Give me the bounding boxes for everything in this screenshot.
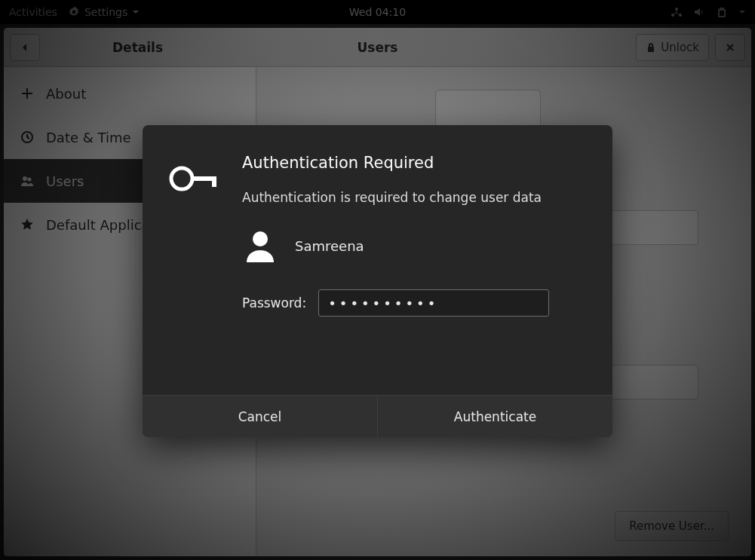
authenticate-button-label: Authenticate	[454, 409, 536, 424]
dialog-action-bar: Cancel Authenticate	[143, 395, 612, 437]
svg-rect-6	[212, 176, 216, 187]
authenticate-button[interactable]: Authenticate	[378, 396, 612, 437]
key-icon	[168, 161, 223, 196]
authentication-dialog: Authentication Required Authentication i…	[143, 125, 612, 437]
dialog-user-name: Samreena	[295, 238, 364, 254]
dialog-message: Authentication is required to change use…	[242, 190, 587, 205]
cancel-button-label: Cancel	[238, 409, 282, 424]
dialog-title: Authentication Required	[242, 154, 587, 172]
password-label: Password:	[242, 295, 306, 311]
cancel-button[interactable]: Cancel	[143, 396, 378, 437]
password-input[interactable]	[318, 289, 549, 317]
svg-point-7	[178, 175, 186, 182]
dialog-user-row: Samreena	[242, 228, 587, 264]
dialog-auth-icon	[168, 154, 223, 380]
svg-point-8	[253, 231, 268, 246]
person-icon	[242, 228, 278, 264]
